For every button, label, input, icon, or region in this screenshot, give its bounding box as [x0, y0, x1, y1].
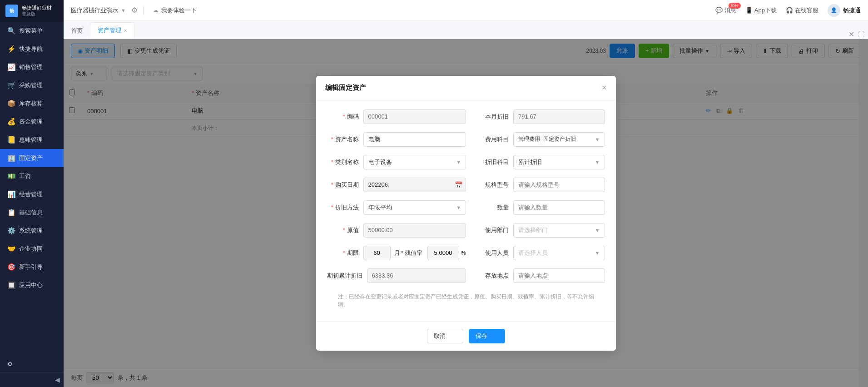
- residual-rate-wrap: %: [427, 246, 466, 260]
- form-field-period: 期限 月 * 残值率 %: [327, 246, 466, 260]
- sidebar-item-assets[interactable]: 🏢 固定资产: [0, 149, 64, 167]
- topbar: 医疗器械行业演示 ▼ ⚙ ☁ 我要体验一下 💬 消息 99+ 📱 App下载 🎧…: [64, 0, 868, 21]
- operations-icon: 📊: [7, 190, 15, 198]
- user-name: 畅捷通: [843, 6, 861, 15]
- monthly-dep-input[interactable]: [513, 109, 605, 124]
- enterprise-icon: 🤝: [7, 245, 15, 253]
- sidebar-item-basics[interactable]: 📋 基础信息: [0, 203, 64, 222]
- quantity-label: 数量: [477, 203, 513, 212]
- sidebar-item-label-basics: 基础信息: [19, 208, 43, 217]
- form-row-category: 类别名称 电子设备 ▼: [327, 155, 466, 169]
- purchase-date-input[interactable]: [363, 178, 466, 192]
- form-field-location: 存放地点: [477, 268, 605, 283]
- logo-text: 畅捷通好业财: [22, 5, 52, 11]
- sidebar-item-system[interactable]: ⚙️ 系统管理: [0, 222, 64, 240]
- quantity-input[interactable]: [513, 200, 605, 215]
- modal-columns: 编码 资产名称: [327, 109, 605, 291]
- topbar-divider: [143, 6, 144, 15]
- sidebar-item-purchase[interactable]: 🛒 采购管理: [0, 76, 64, 94]
- messages-button[interactable]: 💬 消息 99+: [715, 6, 736, 15]
- sidebar-item-operations[interactable]: 📊 经营管理: [0, 185, 64, 203]
- dep-cat-chevron: ▼: [595, 159, 600, 165]
- sidebar-item-inventory[interactable]: 📦 库存核算: [0, 94, 64, 113]
- expense-cat-select[interactable]: 管理费用_固定资产折旧 ▼: [513, 132, 605, 147]
- purchase-date-label: 购买日期: [327, 181, 363, 189]
- sidebar-item-payroll[interactable]: 💵 工资: [0, 167, 64, 185]
- sidebar-item-label-sales: 销售管理: [19, 63, 43, 71]
- original-value-input[interactable]: [363, 223, 466, 238]
- dep-cat-select[interactable]: 累计折旧 ▼: [513, 155, 605, 169]
- window-close-icon[interactable]: ✕: [848, 30, 854, 39]
- user-area: 👤 畅捷通: [828, 4, 861, 17]
- expense-cat-chevron: ▼: [595, 137, 600, 142]
- user-avatar: 👤: [828, 4, 840, 17]
- department-chevron: ▼: [595, 228, 600, 233]
- period-label: 期限: [327, 249, 363, 257]
- topbar-right: 💬 消息 99+ 📱 App下载 🎧 在线客服 👤 畅捷通: [715, 4, 861, 17]
- form-row-quantity: 数量: [477, 200, 605, 215]
- settings-item[interactable]: ⚙: [0, 356, 64, 372]
- sidebar-item-label-ledger: 总账管理: [19, 136, 43, 144]
- form-row-monthly-dep: 本月折旧: [477, 109, 605, 124]
- modal-close-button[interactable]: ×: [602, 83, 607, 93]
- sidebar-item-sales[interactable]: 📈 销售管理: [0, 58, 64, 76]
- app-download-button[interactable]: 📱 App下载: [745, 6, 777, 15]
- sidebar-item-appcenter[interactable]: 🔲 应用中心: [0, 276, 64, 294]
- settings-gear-icon[interactable]: ⚙: [131, 6, 138, 15]
- cancel-button[interactable]: 取消: [427, 329, 463, 343]
- modal-overlay: 编辑固定资产 × 编码: [64, 39, 868, 387]
- download-icon: 📱: [745, 7, 753, 14]
- form-row-purchase-date: 购买日期 📅: [327, 178, 466, 192]
- sidebar-item-ledger[interactable]: 📒 总账管理: [0, 131, 64, 149]
- sidebar-nav: 🔍 搜索菜单 ⚡ 快捷导航 📈 销售管理 🛒 采购管理 📦 库存核算 💰 资金管…: [0, 22, 64, 356]
- sidebar-item-label-enterprise: 企业协同: [19, 245, 43, 253]
- company-name: 医疗器械行业演示 ▼: [71, 6, 126, 15]
- save-button[interactable]: 保存: [469, 329, 505, 343]
- sidebar: 畅 畅捷通好业财 普及版 🔍 搜索菜单 ⚡ 快捷导航 📈 销售管理 🛒 采购管理…: [0, 0, 64, 387]
- search-icon: 🔍: [7, 27, 15, 35]
- spec-input[interactable]: [513, 178, 605, 192]
- initial-dep-input[interactable]: [367, 268, 466, 283]
- residual-rate-input[interactable]: [427, 246, 459, 260]
- calendar-icon: 📅: [455, 181, 462, 189]
- tab-assets[interactable]: 资产管理 ×: [90, 22, 134, 39]
- form-row-name: 资产名称: [327, 132, 466, 147]
- company-dropdown-icon[interactable]: ▼: [121, 8, 126, 13]
- sidebar-collapse-button[interactable]: ◀: [0, 372, 64, 387]
- logo-icon: 畅: [5, 5, 18, 17]
- sidebar-item-finance[interactable]: 💰 资金管理: [0, 113, 64, 131]
- modal-right-col: 本月折旧 费用科目 管理费用_固定资产折旧 ▼: [477, 109, 605, 291]
- department-label: 使用部门: [477, 226, 513, 234]
- dep-method-select[interactable]: 年限平均 ▼: [363, 200, 466, 215]
- form-row-user: 使用人员 请选择人员 ▼: [477, 246, 605, 260]
- tab-home[interactable]: 首页: [64, 23, 90, 39]
- department-select[interactable]: 请选择部门 ▼: [513, 223, 605, 238]
- form-field-quantity: 数量: [477, 200, 605, 215]
- period-input[interactable]: [363, 246, 391, 260]
- category-select[interactable]: 电子设备 ▼: [363, 155, 466, 169]
- form-field-spec: 规格型号: [477, 178, 605, 192]
- tab-close-icon[interactable]: ×: [124, 28, 127, 33]
- service-button[interactable]: 🎧 在线客服: [786, 6, 818, 15]
- window-expand-icon[interactable]: ⛶: [858, 31, 864, 38]
- basics-icon: 📋: [7, 208, 15, 217]
- sidebar-item-search[interactable]: 🔍 搜索菜单: [0, 22, 64, 40]
- experience-button[interactable]: ☁ 我要体验一下: [153, 6, 197, 15]
- sidebar-item-label-operations: 经营管理: [19, 190, 43, 198]
- name-input[interactable]: [363, 132, 466, 147]
- user-label: 使用人员: [477, 249, 513, 257]
- sidebar-logo: 畅 畅捷通好业财 普及版: [0, 0, 64, 22]
- user-select[interactable]: 请选择人员 ▼: [513, 246, 605, 260]
- sidebar-item-quicknav[interactable]: ⚡ 快捷导航: [0, 40, 64, 58]
- service-icon: 🎧: [786, 7, 793, 14]
- logo-sub: 普及版: [22, 11, 52, 17]
- period-unit: 月: [394, 249, 400, 257]
- code-input[interactable]: [363, 109, 466, 124]
- form-field-expense-cat: 费用科目 管理费用_固定资产折旧 ▼: [477, 132, 605, 147]
- sidebar-item-label-purchase: 采购管理: [19, 81, 43, 89]
- sidebar-item-guide[interactable]: 🎯 新手引导: [0, 258, 64, 276]
- sidebar-item-enterprise[interactable]: 🤝 企业协同: [0, 240, 64, 258]
- location-input[interactable]: [513, 268, 605, 283]
- form-field-name: 资产名称: [327, 132, 466, 147]
- ledger-icon: 📒: [7, 136, 15, 144]
